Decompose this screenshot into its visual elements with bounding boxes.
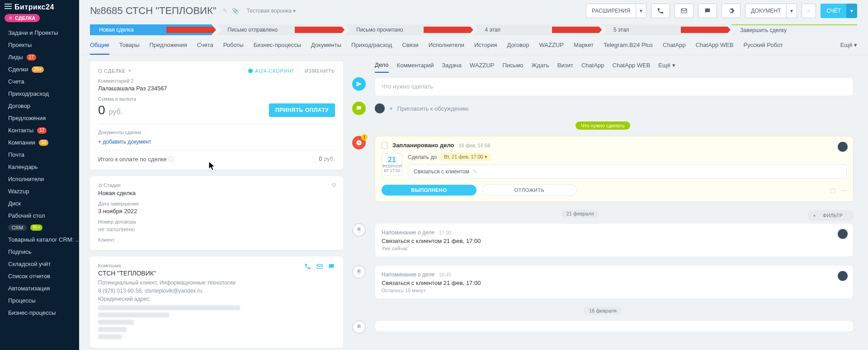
accept-payment-button[interactable]: ПРИНЯТЬ ОПЛАТУ (269, 103, 335, 117)
avatar[interactable] (375, 103, 385, 113)
activity-checkbox[interactable] (382, 142, 388, 149)
sidebar-item[interactable]: Приход/расход (0, 88, 79, 100)
sidebar-item[interactable]: Счета (0, 75, 79, 88)
edit-link[interactable]: изменить (305, 68, 335, 74)
sidebar-item[interactable]: Автоматизация (0, 282, 79, 294)
avatar[interactable] (838, 271, 848, 281)
tab[interactable]: ChatApp WEB (696, 42, 734, 55)
phone-icon[interactable] (304, 263, 311, 271)
sidebar-item[interactable]: Процессы (0, 294, 79, 307)
tab[interactable]: Связи (402, 42, 418, 55)
sidebar-item[interactable]: Проекты (0, 39, 79, 51)
sidebar-item[interactable]: Рабочий стол (0, 210, 79, 222)
sidebar-item[interactable]: Почта (0, 149, 79, 161)
sidebar-item[interactable]: Диск (0, 197, 79, 210)
company-name[interactable]: СТСН "ТЕПЛОВИК" (98, 270, 335, 277)
sidebar-item[interactable]: Сделки29+ (0, 63, 79, 75)
sidebar-item[interactable]: Исполнители (0, 173, 79, 185)
timeline-tab[interactable]: Дело (375, 61, 389, 73)
tab[interactable]: История (474, 42, 497, 55)
stage[interactable]: Письмо отправлено (217, 24, 345, 35)
tab[interactable]: Исполнители (429, 42, 464, 55)
sidebar-item[interactable]: Договор (0, 100, 79, 112)
close-icon[interactable]: × (9, 15, 12, 21)
more-icon[interactable]: ⋯ (841, 187, 847, 194)
timeline-tab[interactable]: WAZZUP (470, 62, 494, 72)
postpone-button[interactable]: ОТЛОЖИТЬ (482, 184, 577, 196)
pencil-icon[interactable]: ✎ (223, 8, 227, 14)
sidebar-item[interactable]: Компании10 (0, 136, 79, 149)
extensions-button[interactable]: РАСШИРЕНИЯ (586, 4, 636, 18)
gear-button[interactable] (722, 4, 741, 18)
tab[interactable]: Русский Робот (744, 42, 783, 55)
tab[interactable]: ChatApp (663, 42, 686, 55)
contract-value[interactable]: не заполнено (98, 226, 335, 233)
call-client-box[interactable]: Связаться с клиентом ✎ (408, 164, 847, 179)
sidebar-item[interactable]: Список отчетов (0, 270, 79, 282)
ai-scoring-link[interactable]: AI24-скоринг (248, 68, 295, 74)
stage[interactable]: 5 этап (603, 24, 731, 35)
hamburger-icon[interactable] (5, 3, 12, 11)
timeline-tab[interactable]: Письмо (503, 62, 524, 72)
gear-icon[interactable]: ⚙ (331, 182, 337, 188)
timeline-tab[interactable]: Ещё ▾ (658, 62, 675, 72)
timeline-tab[interactable]: Задача (442, 62, 462, 72)
sidebar-item[interactable]: Бизнес-процессы (0, 307, 79, 319)
sidebar-item[interactable]: Складской учёт (0, 258, 79, 270)
tab[interactable]: Бизнес-процессы (254, 42, 301, 55)
tab[interactable]: Маркет (574, 42, 594, 55)
tab[interactable]: Общие (90, 42, 109, 55)
sidebar-item[interactable]: Подпись (0, 246, 79, 258)
mail-icon[interactable] (316, 263, 323, 271)
sidebar-item[interactable]: Товарный каталог CRM: ... (0, 233, 79, 246)
timeline-tab[interactable]: Комментарий (397, 62, 434, 72)
tab[interactable]: Товары (119, 42, 140, 55)
paperclip-icon[interactable]: 📎 (232, 8, 239, 14)
sidebar-item[interactable]: Календарь (0, 161, 79, 173)
sidebar-item[interactable]: CRM95+ (0, 222, 79, 233)
todo-input[interactable]: Что нужно сделать (375, 77, 854, 96)
timeline-tab[interactable]: Ждать (532, 62, 549, 72)
tab[interactable]: Приход/расход (351, 42, 392, 55)
filter-button[interactable]: ▾ ФИЛЬТР (808, 210, 854, 221)
add-user-icon[interactable]: + (389, 105, 393, 112)
tab[interactable]: Предложения (149, 42, 187, 55)
avatar[interactable] (838, 229, 848, 239)
sidebar-item[interactable]: Wazzup (0, 185, 79, 197)
timeline-tab[interactable]: Визит (557, 62, 573, 72)
timeline-tab[interactable]: ChatApp (581, 62, 604, 72)
pencil-icon[interactable]: ✎ (473, 168, 477, 175)
tab-more[interactable]: Ещё ▾ (840, 42, 857, 55)
deal-chip[interactable]: × СДЕЛКА (5, 14, 40, 22)
sidebar-item[interactable]: Контакты17 (0, 124, 79, 136)
invite-text[interactable]: Пригласить к обсуждению (397, 105, 469, 112)
stage[interactable]: Новая сделка (90, 24, 216, 35)
invoice-caret[interactable]: ▾ (846, 4, 857, 18)
brand-logo[interactable]: Битрикс24 (14, 3, 54, 11)
chat-button[interactable] (698, 4, 717, 18)
avatar[interactable] (838, 142, 848, 152)
stage[interactable]: 4 этап (474, 24, 602, 35)
done-button[interactable]: ВЫПОЛНЕНО (382, 185, 476, 196)
sidebar-item[interactable]: Предложения (0, 112, 79, 124)
close-date-value[interactable]: 3 ноября 2022 (98, 208, 335, 215)
tab[interactable]: Telegram.B24 Plus (604, 42, 653, 55)
plane-icon[interactable] (352, 77, 366, 91)
chevron-down-icon[interactable]: ▾ (128, 68, 132, 74)
tab[interactable]: Счета (197, 42, 213, 55)
page-title[interactable]: №8685 СТСН "ТЕПЛОВИК" (90, 5, 217, 17)
chat-icon[interactable] (328, 263, 335, 271)
note-icon[interactable]: ▢ (830, 187, 835, 194)
timeline-tab[interactable]: ChatApp WEB (613, 62, 651, 72)
invoice-button[interactable]: СЧЁТ (821, 4, 846, 18)
mail-button[interactable] (675, 4, 693, 18)
stage-value[interactable]: Новая сделка (98, 190, 335, 196)
sidebar-item[interactable]: Задачи и Проекты (0, 27, 79, 39)
tab[interactable]: WAZZUP (539, 42, 564, 55)
timeline-scroll[interactable]: Что нужно сделать + Пригласить к обсужде… (352, 77, 857, 350)
stage[interactable]: Письмо прочитано (345, 24, 473, 35)
tab[interactable]: Роботы (223, 42, 244, 55)
document-caret[interactable]: ▾ (786, 4, 797, 18)
tab[interactable]: Договор (507, 42, 529, 55)
funnel-select[interactable]: Тестовая воронка ▾ (247, 8, 296, 14)
